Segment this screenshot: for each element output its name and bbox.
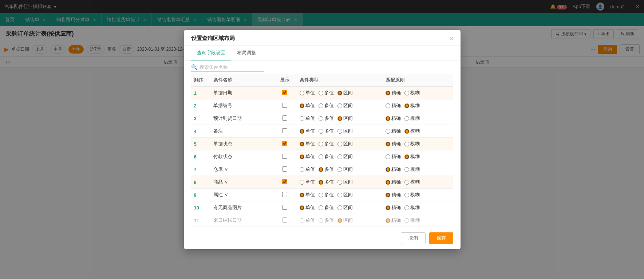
type-option-单值[interactable]: 单值 <box>300 153 315 160</box>
match-radio-group: 精确模糊 <box>386 204 450 211</box>
type-option-区间[interactable]: 区间 <box>337 90 353 96</box>
cancel-button[interactable]: 取消 <box>401 232 426 244</box>
row-show-checkbox-cell <box>273 176 296 189</box>
search-input[interactable] <box>199 64 258 70</box>
type-option-多值[interactable]: 多值 <box>319 204 334 211</box>
row-show-checkbox-cell <box>273 189 296 201</box>
match-radio-group: 精确模糊 <box>386 141 450 147</box>
match-option-模糊[interactable]: 模糊 <box>404 128 420 134</box>
show-checkbox[interactable] <box>282 154 287 159</box>
show-checkbox[interactable] <box>282 205 287 210</box>
match-option-模糊[interactable]: 模糊 <box>404 102 420 109</box>
match-option-精确[interactable]: 精确 <box>386 141 401 147</box>
match-option-模糊[interactable]: 模糊 <box>404 179 420 185</box>
modal-tabs: 查询字段设置 布局调整 <box>184 46 461 60</box>
modal-header: 设置查询区域布局 × <box>184 30 461 46</box>
type-option-多值[interactable]: 多值 <box>319 166 334 173</box>
row-condition-name: 预计到货日期 <box>210 112 273 125</box>
row-order: 6 <box>191 150 211 163</box>
match-option-模糊[interactable]: 模糊 <box>404 217 420 224</box>
match-option-模糊[interactable]: 模糊 <box>404 166 420 173</box>
match-option-模糊[interactable]: 模糊 <box>404 153 420 160</box>
type-option-多值[interactable]: 多值 <box>319 192 334 198</box>
type-option-多值[interactable]: 多值 <box>319 179 334 185</box>
modal-footer: 取消 保存 <box>184 227 461 249</box>
type-option-多值[interactable]: 多值 <box>319 217 334 224</box>
match-option-精确[interactable]: 精确 <box>386 204 401 211</box>
th-order: 顺序 <box>191 74 211 87</box>
row-type-cell: 单值多值区间 <box>297 138 383 150</box>
type-option-区间[interactable]: 区间 <box>337 141 353 147</box>
row-type-cell: 单值多值区间 <box>297 201 383 214</box>
show-checkbox[interactable] <box>282 103 287 108</box>
table-row: 3预计到货日期单值多值区间精确模糊 <box>191 112 453 125</box>
row-show-checkbox-cell <box>273 125 296 138</box>
show-checkbox[interactable] <box>282 192 287 197</box>
type-option-多值[interactable]: 多值 <box>319 102 334 109</box>
type-option-区间[interactable]: 区间 <box>337 102 353 109</box>
match-option-精确[interactable]: 精确 <box>386 90 401 96</box>
type-option-区间[interactable]: 区间 <box>337 128 353 134</box>
type-option-区间[interactable]: 区间 <box>337 166 353 173</box>
match-radio-group: 精确模糊 <box>386 128 450 134</box>
show-checkbox[interactable] <box>282 179 287 184</box>
match-option-精确[interactable]: 精确 <box>386 102 401 109</box>
match-option-模糊[interactable]: 模糊 <box>404 141 420 147</box>
type-option-多值[interactable]: 多值 <box>319 115 334 122</box>
show-checkbox[interactable] <box>282 166 287 172</box>
type-option-单值[interactable]: 单值 <box>300 102 315 109</box>
row-condition-name: 仓库 ∨ <box>210 163 273 176</box>
type-radio-group: 单值多值区间 <box>300 192 380 198</box>
row-order: 8 <box>191 176 211 189</box>
match-radio-group: 精确模糊 <box>386 102 450 109</box>
type-option-区间[interactable]: 区间 <box>337 115 353 122</box>
match-option-精确[interactable]: 精确 <box>386 128 401 134</box>
show-checkbox[interactable] <box>282 217 287 223</box>
type-option-单值[interactable]: 单值 <box>300 141 315 147</box>
type-option-多值[interactable]: 多值 <box>319 128 334 134</box>
match-option-精确[interactable]: 精确 <box>386 179 401 185</box>
type-option-单值[interactable]: 单值 <box>300 192 315 198</box>
match-option-模糊[interactable]: 模糊 <box>404 90 420 96</box>
match-option-精确[interactable]: 精确 <box>386 166 401 173</box>
tab-layout[interactable]: 布局调整 <box>231 46 262 60</box>
table-row: 2单据编号单值多值区间精确模糊 <box>191 99 453 112</box>
table-row: 11来日结帐日期单值多值区间精确模糊 <box>191 214 453 227</box>
type-option-区间[interactable]: 区间 <box>337 153 353 160</box>
show-checkbox[interactable] <box>282 115 287 121</box>
type-option-单值[interactable]: 单值 <box>300 128 315 134</box>
match-option-模糊[interactable]: 模糊 <box>404 115 420 122</box>
type-option-区间[interactable]: 区间 <box>337 217 353 224</box>
type-option-单值[interactable]: 单值 <box>300 217 315 224</box>
order-number: 7 <box>194 167 197 172</box>
show-checkbox[interactable] <box>282 90 287 95</box>
type-option-多值[interactable]: 多值 <box>319 90 334 96</box>
match-option-精确[interactable]: 精确 <box>386 192 401 198</box>
match-option-精确[interactable]: 精确 <box>386 153 401 160</box>
save-button[interactable]: 保存 <box>429 232 453 244</box>
modal-close-button[interactable]: × <box>449 35 453 42</box>
tab-query-fields[interactable]: 查询字段设置 <box>191 46 231 60</box>
type-option-多值[interactable]: 多值 <box>319 141 334 147</box>
match-option-模糊[interactable]: 模糊 <box>404 192 420 198</box>
type-option-区间[interactable]: 区间 <box>337 192 353 198</box>
row-order: 3 <box>191 112 211 125</box>
show-checkbox[interactable] <box>282 141 287 146</box>
row-type-cell: 单值多值区间 <box>297 214 383 227</box>
type-option-单值[interactable]: 单值 <box>300 179 315 185</box>
row-order: 2 <box>191 99 211 112</box>
show-checkbox[interactable] <box>282 128 287 133</box>
match-option-精确[interactable]: 精确 <box>386 217 401 224</box>
row-match-cell: 精确模糊 <box>383 138 453 150</box>
type-option-单值[interactable]: 单值 <box>300 204 315 211</box>
match-option-模糊[interactable]: 模糊 <box>404 204 420 211</box>
match-option-精确[interactable]: 精确 <box>386 115 401 122</box>
type-option-区间[interactable]: 区间 <box>337 204 353 211</box>
type-option-多值[interactable]: 多值 <box>319 153 334 160</box>
modal-table: 顺序 条件名称 显示 条件类型 匹配原则 <box>191 74 453 227</box>
type-option-单值[interactable]: 单值 <box>300 90 315 96</box>
type-option-单值[interactable]: 单值 <box>300 166 315 173</box>
type-option-区间[interactable]: 区间 <box>337 179 353 185</box>
type-option-单值[interactable]: 单值 <box>300 115 315 122</box>
table-row: 8商品 ∨单值多值区间精确模糊 <box>191 176 453 189</box>
